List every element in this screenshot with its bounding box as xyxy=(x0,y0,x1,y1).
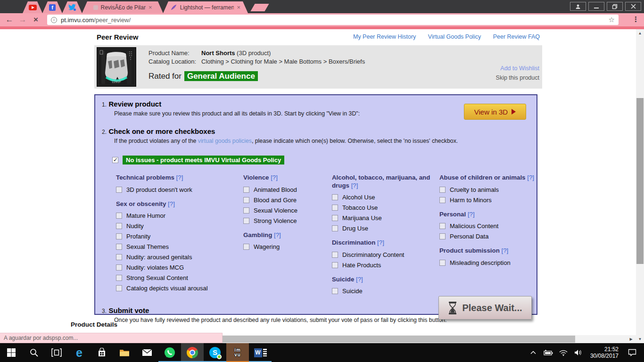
policy-checkbox-row[interactable]: Suicide xyxy=(332,288,439,295)
checkbox[interactable] xyxy=(332,225,338,231)
checkbox[interactable] xyxy=(439,223,446,229)
close-button[interactable] xyxy=(625,2,641,11)
vertical-scrollbar[interactable]: ▲ ▼ xyxy=(636,29,644,343)
help-link[interactable]: [?] xyxy=(527,174,534,181)
search-taskbar-button[interactable] xyxy=(23,343,45,362)
help-link[interactable]: [?] xyxy=(176,174,183,181)
checkbox[interactable] xyxy=(439,197,446,203)
policy-checkbox-row[interactable]: 3D product doesn't work xyxy=(116,186,243,193)
forward-icon[interactable]: → xyxy=(17,14,28,25)
tray-chevron-icon[interactable] xyxy=(528,351,538,354)
tab-close-icon[interactable]: × xyxy=(237,4,240,10)
policy-checkbox-row[interactable]: Animated Blood xyxy=(243,186,332,193)
help-link[interactable]: [?] xyxy=(377,239,384,246)
policy-checkbox-row[interactable]: Wagering xyxy=(243,243,332,250)
link-peer-review-faq[interactable]: Peer Review FAQ xyxy=(493,33,540,40)
taskbar-clock[interactable]: 21:52 30/08/2017 xyxy=(590,346,619,359)
policy-checkbox-row[interactable]: Marijuana Use xyxy=(332,214,439,222)
checkbox[interactable] xyxy=(116,187,122,193)
pinned-tab-youtube[interactable] xyxy=(23,1,42,13)
checkbox[interactable] xyxy=(116,275,122,281)
policy-checkbox-row[interactable]: Blood and Gore xyxy=(243,197,332,204)
checkbox[interactable] xyxy=(332,252,338,258)
store-taskbar-button[interactable] xyxy=(91,343,113,362)
help-link[interactable]: [?] xyxy=(502,247,509,254)
tab-revisao-de-pilar[interactable]: RevisÃ£o de Pilar × xyxy=(82,1,163,13)
policy-checkbox-row[interactable]: Tobacco Use xyxy=(332,204,439,211)
link-peer-review-history[interactable]: My Peer Review History xyxy=(353,33,416,40)
submit-vote-button[interactable]: Please Wait... xyxy=(438,296,532,320)
policy-checkbox-row[interactable]: Mature Humor xyxy=(116,212,243,219)
skip-product-link[interactable]: Skip this product xyxy=(496,74,539,81)
restore-button[interactable] xyxy=(607,2,623,11)
checkbox[interactable] xyxy=(332,288,338,294)
policy-checkbox-row[interactable]: Malicious Content xyxy=(439,222,545,230)
tab-lightshot[interactable]: Lightshot — ferramenta × xyxy=(163,1,248,13)
checkbox[interactable] xyxy=(439,233,446,239)
policy-checkbox-row[interactable]: Sexual Themes xyxy=(116,243,243,250)
policy-checkbox-row[interactable]: Hate Products xyxy=(332,262,439,269)
checkbox[interactable] xyxy=(116,285,122,291)
policy-checkbox-row[interactable]: Strong Sexual Content xyxy=(116,274,243,281)
pinned-tab-facebook[interactable]: f xyxy=(42,1,62,13)
checkbox[interactable] xyxy=(332,262,338,268)
help-link[interactable]: [?] xyxy=(271,174,278,181)
policy-checkbox-row[interactable]: Harm to Minors xyxy=(439,197,545,204)
address-bar[interactable]: i pt.imvu.com/peer_review/ ☆ xyxy=(47,15,619,25)
page-info-icon[interactable]: i xyxy=(51,17,57,23)
task-view-taskbar-button[interactable] xyxy=(45,343,68,362)
checkbox[interactable] xyxy=(116,254,122,260)
wifi-icon[interactable] xyxy=(558,350,569,356)
vertical-scroll-thumb[interactable] xyxy=(636,98,644,264)
file-explorer-taskbar-button[interactable] xyxy=(113,343,136,362)
checkbox[interactable] xyxy=(439,260,446,266)
policy-checkbox-row[interactable]: Nudity: violates MCG xyxy=(116,264,243,271)
checkbox[interactable] xyxy=(116,233,122,239)
checkbox[interactable] xyxy=(243,218,249,224)
no-issues-row[interactable]: No issues - product meets IMVU Virtual G… xyxy=(112,156,531,165)
stop-icon[interactable]: × xyxy=(30,14,41,25)
chrome-menu-icon[interactable]: ⋮ xyxy=(632,15,639,24)
virtual-goods-policies-link[interactable]: virtual goods policies xyxy=(198,138,252,144)
no-issues-checkbox[interactable] xyxy=(112,157,118,163)
checkbox[interactable] xyxy=(116,223,122,229)
volume-icon[interactable] xyxy=(573,349,584,356)
imvu-taskbar-button[interactable]: imvu xyxy=(226,343,249,362)
policy-checkbox-row[interactable]: Discriminatory Content xyxy=(332,251,439,258)
checkbox[interactable] xyxy=(332,215,338,221)
help-link[interactable]: [?] xyxy=(351,182,358,189)
checkbox[interactable] xyxy=(332,194,338,200)
battery-icon[interactable] xyxy=(543,350,553,355)
word-taskbar-button[interactable]: W xyxy=(249,343,272,362)
policy-checkbox-row[interactable]: Nudity xyxy=(116,222,243,230)
policy-checkbox-row[interactable]: Nudity: aroused genitals xyxy=(116,254,243,261)
skype-taskbar-button[interactable]: S xyxy=(204,343,226,362)
help-link[interactable]: [?] xyxy=(468,211,475,218)
policy-checkbox-row[interactable]: Misleading description xyxy=(439,259,545,266)
minimize-button[interactable] xyxy=(588,2,604,11)
checkbox[interactable] xyxy=(243,187,249,193)
help-link[interactable]: [?] xyxy=(168,200,175,207)
profile-icon[interactable] xyxy=(570,2,586,11)
bookmark-star-icon[interactable]: ☆ xyxy=(609,16,615,24)
new-tab-button[interactable] xyxy=(250,4,269,11)
help-link[interactable]: [?] xyxy=(356,276,363,283)
checkbox[interactable] xyxy=(243,244,249,250)
back-icon[interactable]: ← xyxy=(4,14,15,25)
scroll-down-icon[interactable]: ▼ xyxy=(636,335,644,343)
add-to-wishlist-link[interactable]: Add to Wishlist xyxy=(496,65,539,72)
mail-taskbar-button[interactable] xyxy=(136,343,158,362)
start-taskbar-button[interactable] xyxy=(0,343,23,362)
view-in-3d-button[interactable]: View in 3D xyxy=(464,104,526,120)
scroll-up-icon[interactable]: ▲ xyxy=(636,29,644,37)
policy-checkbox-row[interactable]: Alcohol Use xyxy=(332,194,439,201)
checkbox[interactable] xyxy=(116,244,122,250)
policy-checkbox-row[interactable]: Sexual Violence xyxy=(243,207,332,214)
link-virtual-goods-policy[interactable]: Virtual Goods Policy xyxy=(428,33,481,40)
policy-checkbox-row[interactable]: Personal Data xyxy=(439,233,545,240)
checkbox[interactable] xyxy=(439,187,446,193)
scroll-right-icon[interactable]: ▶ xyxy=(627,335,635,343)
help-link[interactable]: [?] xyxy=(274,231,281,239)
action-center-icon[interactable] xyxy=(625,349,639,356)
policy-checkbox-row[interactable]: Drug Use xyxy=(332,225,439,232)
